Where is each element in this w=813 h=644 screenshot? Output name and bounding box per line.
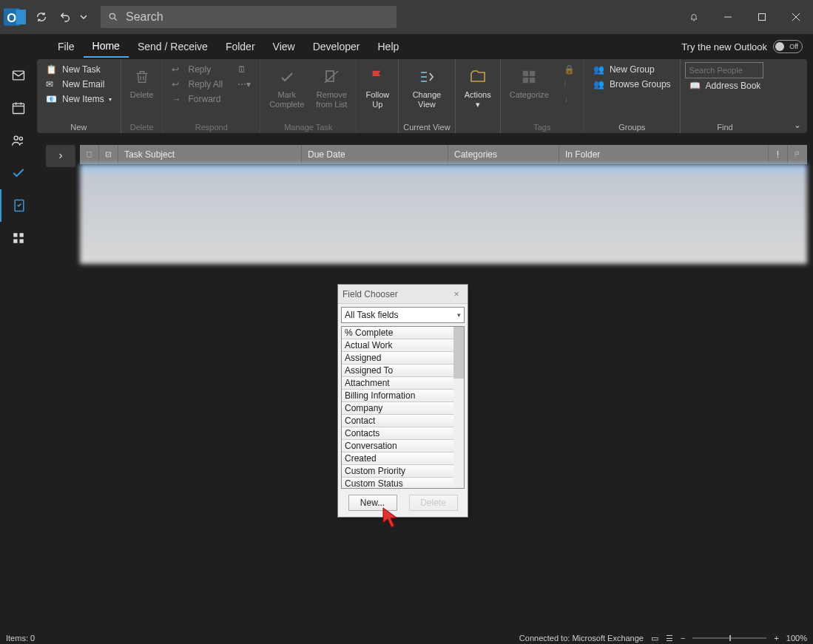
svg-point-14 bbox=[19, 137, 22, 140]
search-placeholder: Search bbox=[126, 10, 163, 24]
follow-up-button[interactable]: Follow Up bbox=[361, 62, 394, 111]
categorize-button[interactable]: Categorize bbox=[505, 62, 553, 101]
col-complete[interactable] bbox=[99, 145, 118, 164]
field-chooser-close-button[interactable]: × bbox=[450, 288, 463, 301]
field-chooser-titlebar[interactable]: Field Chooser × bbox=[338, 285, 468, 304]
menu-view[interactable]: View bbox=[264, 36, 304, 57]
zoom-slider[interactable] bbox=[692, 637, 766, 639]
field-item[interactable]: Contacts bbox=[342, 427, 464, 440]
field-chooser-dialog: Field Chooser × All Task fields ▾ % Comp… bbox=[337, 284, 468, 518]
menu-send-receive[interactable]: Send / Receive bbox=[129, 36, 217, 57]
zoom-out-icon[interactable]: − bbox=[681, 634, 685, 643]
field-item[interactable]: Custom Priority bbox=[342, 465, 464, 478]
new-task-button[interactable]: 📋New Task bbox=[41, 62, 116, 77]
mail-icon: ✉ bbox=[46, 79, 58, 89]
address-book-button[interactable]: 📖Address Book bbox=[685, 78, 766, 93]
address-book-icon: 📖 bbox=[689, 81, 701, 91]
col-priority[interactable]: ! bbox=[769, 145, 788, 164]
new-items-button[interactable]: 📧New Items▾ bbox=[41, 92, 116, 106]
people-icon[interactable] bbox=[0, 124, 37, 157]
field-chooser-scrollbar[interactable] bbox=[453, 327, 464, 488]
refresh-icon[interactable] bbox=[30, 5, 53, 29]
new-group-button[interactable]: 👥New Group bbox=[589, 62, 675, 77]
field-chooser-category-select[interactable]: All Task fields ▾ bbox=[341, 307, 465, 323]
ribbon-expand-icon[interactable]: ⌄ bbox=[794, 120, 801, 130]
meeting-icon[interactable]: 🗓 bbox=[233, 62, 255, 77]
global-search-input[interactable]: Search bbox=[101, 6, 397, 28]
menu-file[interactable]: File bbox=[49, 36, 84, 57]
mail-icon[interactable] bbox=[0, 59, 37, 92]
field-item[interactable]: Assigned To bbox=[342, 365, 464, 377]
field-item[interactable]: Company bbox=[342, 402, 464, 415]
field-item[interactable]: % Complete bbox=[342, 327, 464, 339]
menu-developer[interactable]: Developer bbox=[304, 36, 369, 57]
field-item[interactable]: Contact bbox=[342, 415, 464, 427]
folder-action-icon bbox=[469, 64, 487, 90]
new-email-button[interactable]: ✉New Email bbox=[41, 77, 116, 92]
mark-complete-button[interactable]: Mark Complete bbox=[265, 62, 308, 111]
zoom-in-icon[interactable]: + bbox=[774, 634, 778, 643]
group-manage-label: Manage Task bbox=[284, 123, 332, 133]
title-bar: O Search bbox=[0, 0, 813, 34]
status-bar: Items: 0 Connected to: Microsoft Exchang… bbox=[0, 632, 813, 644]
tasks-check-icon[interactable] bbox=[0, 157, 37, 189]
actions-button[interactable]: Actions▾ bbox=[460, 62, 496, 111]
svg-point-3 bbox=[109, 13, 115, 18]
menu-help[interactable]: Help bbox=[368, 36, 408, 57]
delete-button[interactable]: Delete bbox=[126, 62, 158, 101]
field-chooser-new-button[interactable]: New... bbox=[348, 495, 397, 511]
more-apps-icon[interactable] bbox=[0, 222, 37, 254]
undo-icon[interactable] bbox=[53, 5, 77, 29]
col-task-subject[interactable]: Task Subject bbox=[118, 145, 302, 164]
people-plus-icon: 👥 bbox=[593, 64, 605, 75]
low-importance-icon[interactable]: ↓ bbox=[559, 92, 579, 106]
flag-icon bbox=[369, 64, 385, 90]
field-item[interactable]: Created bbox=[342, 453, 464, 465]
minimize-button[interactable] bbox=[711, 0, 745, 34]
group-find: 📖Address Book Find bbox=[681, 59, 770, 133]
forward-button[interactable]: →Forward bbox=[167, 92, 227, 106]
view-reading-icon[interactable]: ☰ bbox=[666, 634, 673, 643]
close-button[interactable] bbox=[779, 0, 813, 34]
status-zoom: 100% bbox=[786, 634, 807, 643]
browse-groups-button[interactable]: 👥Browse Groups bbox=[589, 77, 675, 92]
chevron-down-icon: ▾ bbox=[457, 311, 461, 319]
field-item[interactable]: Custom Status bbox=[342, 478, 464, 489]
change-view-button[interactable]: Change View bbox=[408, 62, 446, 111]
col-flag[interactable] bbox=[788, 145, 807, 164]
try-new-outlook-toggle[interactable]: Off bbox=[773, 40, 803, 53]
high-importance-icon[interactable]: ! bbox=[559, 77, 579, 92]
view-normal-icon[interactable]: ▭ bbox=[651, 634, 658, 643]
todo-icon[interactable] bbox=[0, 189, 37, 222]
svg-rect-22 bbox=[523, 71, 528, 76]
col-categories[interactable]: Categories bbox=[448, 145, 559, 164]
private-icon[interactable]: 🔒 bbox=[559, 62, 579, 77]
maximize-button[interactable] bbox=[745, 0, 779, 34]
group-groups-label: Groups bbox=[618, 123, 645, 133]
notifications-icon[interactable] bbox=[677, 0, 711, 34]
search-people-input[interactable] bbox=[685, 62, 763, 78]
reply-button[interactable]: ↩Reply bbox=[167, 62, 227, 77]
reply-all-button[interactable]: ↩Reply All bbox=[167, 77, 227, 92]
status-items: Items: 0 bbox=[6, 634, 35, 643]
group-new-label: New bbox=[70, 123, 87, 133]
svg-rect-25 bbox=[530, 78, 535, 83]
field-item[interactable]: Billing Information bbox=[342, 390, 464, 402]
expand-navigation-button[interactable] bbox=[46, 145, 75, 167]
col-in-folder[interactable]: In Folder bbox=[559, 145, 769, 164]
menu-folder[interactable]: Folder bbox=[217, 36, 264, 57]
field-chooser-delete-button[interactable]: Delete bbox=[409, 495, 458, 511]
remove-icon bbox=[323, 64, 340, 90]
more-respond-icon[interactable]: ⋯▾ bbox=[233, 77, 255, 92]
col-icon[interactable] bbox=[80, 145, 99, 164]
remove-from-list-button[interactable]: Remove from List bbox=[311, 62, 351, 111]
field-item[interactable]: Attachment bbox=[342, 377, 464, 390]
field-item[interactable]: Actual Work bbox=[342, 339, 464, 352]
field-item[interactable]: Assigned bbox=[342, 352, 464, 365]
field-item[interactable]: Conversation bbox=[342, 440, 464, 453]
calendar-icon[interactable] bbox=[0, 92, 37, 124]
col-due-date[interactable]: Due Date bbox=[302, 145, 448, 164]
menu-home[interactable]: Home bbox=[84, 35, 129, 58]
dropdown-icon[interactable] bbox=[77, 5, 90, 29]
menu-bar: File Home Send / Receive Folder View Dev… bbox=[0, 34, 813, 59]
